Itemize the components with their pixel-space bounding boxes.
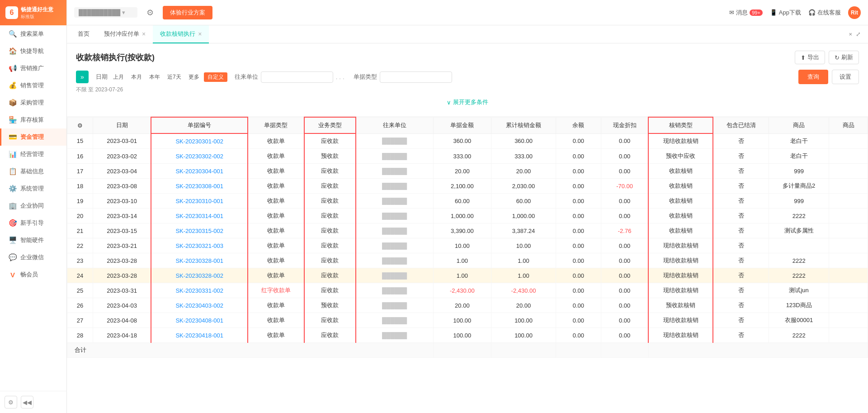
cell-doc-no[interactable]: SK-20230314-001 — [151, 209, 248, 223]
sidebar-item-basic[interactable]: 📋 基础信息 — [0, 163, 66, 180]
sidebar-item-hardware[interactable]: 🖥️ 智能硬件 — [0, 232, 66, 249]
sidebar-item-purchase[interactable]: 📦 采购管理 — [0, 94, 66, 111]
filter-expand-button[interactable]: » — [76, 71, 89, 83]
tab-expand-icon[interactable]: ⤢ — [856, 31, 861, 38]
cell-included: 否 — [713, 194, 769, 209]
sidebar-item-wechat[interactable]: 💬 企业微信 — [0, 249, 66, 266]
cell-doc-type: 收款单 — [248, 209, 304, 223]
date-shortcut-last-month[interactable]: 上月 — [110, 72, 127, 82]
col-doc-no: 单据编号 — [151, 117, 248, 133]
cell-no: 24 — [67, 268, 93, 283]
cell-doc-no[interactable]: SK-20230304-001 — [151, 164, 248, 179]
refresh-icon: ↻ — [835, 54, 840, 61]
cell-goods2 — [829, 164, 868, 179]
sidebar-item-quicknav[interactable]: 🏠 快捷导航 — [0, 43, 66, 60]
home-icon: 🏠 — [9, 47, 17, 55]
sidebar-item-sales[interactable]: 💰 销售管理 — [0, 77, 66, 94]
sidebar-item-finance[interactable]: 💳 资金管理 — [0, 128, 66, 146]
tab-prepay[interactable]: 预付冲应付单 × — [97, 25, 153, 43]
sidebar-item-search[interactable]: 🔍 搜索菜单 — [0, 25, 66, 43]
dropdown-chevron-icon: ▾ — [122, 9, 125, 16]
cell-date: 2023-03-14 — [93, 209, 151, 223]
cell-discount: 0.00 — [601, 268, 648, 283]
cell-goods2 — [829, 283, 868, 298]
cell-doc-no[interactable]: SK-20230418-001 — [151, 328, 248, 343]
cell-goods1: 测试jun — [769, 283, 829, 298]
date-shortcut-more[interactable]: 更多 — [186, 72, 202, 82]
sidebar-item-marketing[interactable]: 📢 营销推广 — [0, 60, 66, 77]
table-row: 282023-04-18SK-20230418-001收款单应收款██████1… — [67, 328, 868, 343]
counterparty-input[interactable] — [261, 71, 333, 83]
cell-amount: 333.00 — [433, 149, 491, 164]
sidebar-item-enterprise[interactable]: 🏢 企业协同 — [0, 197, 66, 214]
date-shortcut-this-month[interactable]: 本月 — [128, 72, 145, 82]
cell-doc-type: 收款单 — [248, 298, 304, 313]
tab-close-all-icon[interactable]: × — [849, 31, 852, 38]
service-action[interactable]: 🎧 在线客服 — [808, 9, 841, 17]
date-custom-button[interactable]: 自定义 — [204, 72, 227, 82]
cell-discount: 0.00 — [601, 313, 648, 328]
cell-biz-type: 应收款 — [304, 223, 356, 238]
cell-no: 22 — [67, 238, 93, 253]
cell-balance: 0.00 — [556, 313, 601, 328]
cell-writeoff-type: 现结收款核销 — [648, 268, 713, 283]
phone-icon: 📱 — [770, 9, 777, 16]
messages-action[interactable]: ✉ 消息 99+ — [729, 9, 763, 17]
tabbar-actions: × ⤢ — [849, 31, 864, 38]
refresh-button[interactable]: ↻ 刷新 — [829, 51, 859, 64]
sidebar-item-stock[interactable]: 🏪 库存核算 — [0, 111, 66, 128]
export-button[interactable]: ⬆ 导出 — [795, 51, 825, 64]
col-goods2: 商品 — [829, 117, 868, 133]
cell-counterparty: ██████ — [356, 238, 433, 253]
company-dropdown[interactable]: ██████████ ▾ — [74, 7, 137, 18]
cell-discount: 0.00 — [601, 328, 648, 343]
cell-date: 2023-03-01 — [93, 133, 151, 149]
settings-button[interactable]: ⚙ — [5, 396, 17, 408]
tab-home[interactable]: 首页 — [71, 25, 97, 43]
cell-doc-no[interactable]: SK-20230328-002 — [151, 268, 248, 283]
solution-button[interactable]: 体验行业方案 — [163, 6, 212, 19]
voucher-type-select[interactable] — [380, 71, 452, 83]
sidebar-item-label: 基础信息 — [20, 167, 44, 176]
col-settings[interactable]: ⚙ — [67, 117, 93, 133]
cell-goods2 — [829, 253, 868, 268]
cell-doc-type: 收款单 — [248, 238, 304, 253]
sidebar-item-system[interactable]: ⚙️ 系统管理 — [0, 180, 66, 197]
cell-amount: 100.00 — [433, 313, 491, 328]
stock-icon: 🏪 — [9, 116, 17, 124]
app-download-action[interactable]: 📱 App下载 — [770, 9, 801, 17]
tab-collection-close[interactable]: × — [198, 30, 202, 38]
tab-prepay-close[interactable]: × — [142, 30, 146, 38]
filter-settings-button[interactable]: 设置 — [832, 70, 859, 84]
cell-doc-no[interactable]: SK-20230321-003 — [151, 238, 248, 253]
cell-doc-no[interactable]: SK-20230310-001 — [151, 194, 248, 209]
sidebar-item-operations[interactable]: 📊 经营管理 — [0, 146, 66, 163]
avatar[interactable]: Rit — [848, 6, 861, 19]
cell-goods1: 999 — [769, 194, 829, 209]
cell-writeoff-type: 现结收款核销 — [648, 238, 713, 253]
date-shortcut-7days[interactable]: 近7天 — [165, 72, 184, 82]
date-shortcut-this-year[interactable]: 本年 — [146, 72, 163, 82]
cell-doc-no[interactable]: SK-20230331-002 — [151, 283, 248, 298]
cell-doc-no[interactable]: SK-20230328-001 — [151, 253, 248, 268]
expand-more-button[interactable]: ∨ 展开更多条件 — [76, 95, 859, 109]
cell-discount: 0.00 — [601, 253, 648, 268]
cell-counterparty: ██████ — [356, 328, 433, 343]
sidebar-bottom: ⚙ ◀◀ — [0, 391, 66, 413]
cell-goods1: 衣服00001 — [769, 313, 829, 328]
cell-doc-no[interactable]: SK-20230302-002 — [151, 149, 248, 164]
sidebar-item-guide[interactable]: 🎯 新手引导 — [0, 214, 66, 232]
total-balance — [556, 343, 601, 358]
settings-icon[interactable]: ⚙ — [143, 5, 157, 20]
cell-no: 21 — [67, 223, 93, 238]
query-button[interactable]: 查询 — [798, 70, 828, 84]
cell-goods1: 多计量商品2 — [769, 179, 829, 194]
cell-doc-no[interactable]: SK-20230301-002 — [151, 133, 248, 149]
cell-doc-no[interactable]: SK-20230408-001 — [151, 313, 248, 328]
collapse-button[interactable]: ◀◀ — [21, 396, 33, 408]
cell-doc-no[interactable]: SK-20230308-001 — [151, 179, 248, 194]
cell-doc-no[interactable]: SK-20230403-002 — [151, 298, 248, 313]
sidebar-item-member[interactable]: V 畅会员 — [0, 266, 66, 283]
tab-collection[interactable]: 收款核销执行 × — [153, 25, 209, 43]
cell-doc-no[interactable]: SK-20230315-002 — [151, 223, 248, 238]
